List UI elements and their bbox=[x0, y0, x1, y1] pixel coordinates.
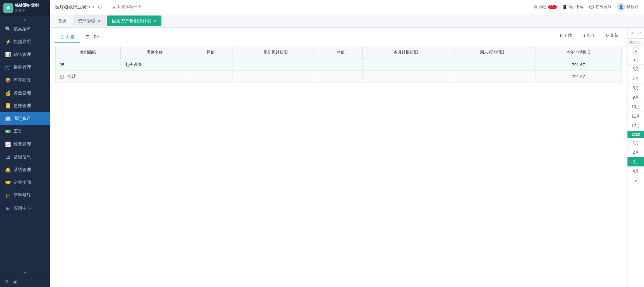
app-title-block: 畅捷通好业财 普及版 bbox=[15, 3, 39, 13]
sum-net bbox=[319, 71, 362, 83]
sidebar-item-fund[interactable]: 💰 资金管理 bbox=[0, 87, 50, 99]
month-3-active[interactable]: 3月 bbox=[627, 157, 644, 167]
cell-code: 05 bbox=[56, 59, 121, 71]
month-11[interactable]: 11月 bbox=[627, 112, 644, 121]
sidebar-item-system[interactable]: 🔔 系统管理 bbox=[0, 163, 50, 176]
experience-button[interactable]: ☁ 我要体验一下 bbox=[112, 4, 142, 10]
month-10[interactable]: 10月 bbox=[627, 102, 644, 112]
sidebar-label-system: 系统管理 bbox=[13, 167, 45, 173]
sidebar-item-operations[interactable]: 📈 经营管理 bbox=[0, 138, 50, 151]
sidebar-label-search: 搜索菜单 bbox=[13, 26, 45, 32]
app-download-button[interactable]: 📱 App下载 bbox=[562, 4, 584, 10]
month-1[interactable]: 1月 bbox=[627, 138, 644, 148]
sidebar-footer: ⚙ ◀| bbox=[0, 276, 50, 287]
month-5[interactable]: 5月 bbox=[627, 55, 644, 65]
cell-initial-dep bbox=[233, 59, 319, 71]
col-ending-dep: 期末累计折旧 bbox=[449, 46, 535, 59]
sidebar-item-ledger[interactable]: 📒 总账管理 bbox=[0, 99, 50, 112]
download-label: 下载 bbox=[564, 33, 572, 38]
sidebar-item-purchase[interactable]: 🛒 采购管理 bbox=[0, 61, 50, 74]
panel-expand-icon[interactable]: ⤢ bbox=[637, 30, 642, 36]
panel-header: ✕ ⤢ bbox=[627, 28, 644, 39]
sidebar-item-guide[interactable]: 🎓 新手引导 bbox=[0, 189, 50, 202]
panel-scroll-down[interactable]: ▼ bbox=[633, 178, 639, 184]
app-download-label: App下载 bbox=[569, 4, 584, 10]
sidebar-item-payroll[interactable]: 💵 工资 bbox=[0, 125, 50, 138]
topbar-gear-icon[interactable]: ⚙ bbox=[98, 4, 102, 10]
refresh-button[interactable]: ↻ 刷新 bbox=[602, 31, 622, 40]
depreciation-table: 类别编码 类别名称 原值 期初累计折旧 净值 本月计提折旧 期末累计折旧 本年计… bbox=[55, 46, 622, 83]
content-area: ◎ 汇总 ☰ 明细 ⬇ 下载 🖨 打印 bbox=[50, 28, 644, 287]
tab-depreciation[interactable]: 固定资产折旧统计表 ✕ bbox=[107, 15, 161, 26]
app-center-icon: ⊞ bbox=[5, 205, 11, 211]
operations-icon: 📈 bbox=[5, 141, 11, 147]
app-logo: 畅 bbox=[3, 3, 13, 13]
scroll-up-arrow[interactable]: ▲ bbox=[0, 16, 50, 23]
table-row: 05 电子设备 791.67 bbox=[56, 59, 622, 71]
sidebar-item-basic-info[interactable]: 🗃 基础信息 bbox=[0, 151, 50, 163]
print-button[interactable]: 🖨 打印 bbox=[579, 31, 599, 40]
month-6[interactable]: 6月 bbox=[627, 65, 644, 74]
messages-badge: 99+ bbox=[548, 5, 557, 9]
sidebar-item-sales[interactable]: 📊 销售管理 bbox=[0, 48, 50, 61]
subtab-bar: ◎ 汇总 ☰ 明细 bbox=[55, 31, 105, 43]
fixed-assets-icon: 🏢 bbox=[5, 116, 11, 121]
month-2[interactable]: 2月 bbox=[627, 148, 644, 157]
sidebar-item-quick-nav[interactable]: ⚡ 快捷导航 bbox=[0, 35, 50, 48]
col-name: 类别名称 bbox=[120, 46, 189, 59]
tab-asset-manage-close[interactable]: ✕ bbox=[97, 19, 100, 23]
year-2023: 2023 bbox=[627, 131, 644, 138]
sum-icon: 📋 bbox=[60, 74, 64, 78]
report-area: ◎ 汇总 ☰ 明细 ⬇ 下载 🖨 打印 bbox=[50, 28, 627, 287]
system-icon: 🔔 bbox=[5, 167, 11, 172]
panel-close-icon[interactable]: ✕ bbox=[630, 30, 635, 36]
month-4[interactable]: 4月 bbox=[627, 167, 644, 176]
sidebar-item-app-center[interactable]: ⊞ 应用中心 bbox=[0, 202, 50, 215]
subtab-detail[interactable]: ☰ 明细 bbox=[80, 31, 105, 43]
col-original: 原值 bbox=[189, 46, 233, 59]
tab-asset-manage[interactable]: 资产管理 ✕ bbox=[73, 15, 105, 26]
summary-icon: ◎ bbox=[61, 34, 64, 39]
month-7[interactable]: 7月 bbox=[627, 74, 644, 84]
messages-icon: 🖥 bbox=[533, 5, 538, 9]
col-monthly-dep: 本月计提折旧 bbox=[363, 46, 449, 59]
sidebar-item-fixed-assets[interactable]: 🏢 固定资产 bbox=[0, 112, 50, 125]
sidebar-label-guide: 新手引导 bbox=[13, 192, 45, 198]
online-service-button[interactable]: 💬 在线客服 bbox=[589, 4, 612, 10]
cell-net bbox=[319, 59, 362, 71]
search-icon: 🔍 bbox=[5, 26, 11, 32]
panel-scroll-up[interactable]: ▲ bbox=[633, 47, 639, 54]
main-area: 医疗器械行业演示 ▾ ⚙ ☁ 我要体验一下 🖥 消息 99+ 📱 App下载 💬… bbox=[50, 0, 644, 287]
subtab-summary[interactable]: ◎ 汇总 bbox=[55, 31, 80, 43]
messages-button[interactable]: 🖥 消息 99+ bbox=[533, 4, 557, 10]
sidebar-label-purchase: 采购管理 bbox=[13, 64, 45, 70]
month-8[interactable]: 8月 bbox=[627, 84, 644, 93]
cell-ending-dep bbox=[449, 59, 535, 71]
sidebar-label-inventory: 库存核算 bbox=[13, 77, 45, 83]
detail-icon: ☰ bbox=[85, 34, 89, 39]
scroll-down-arrow[interactable]: ▼ bbox=[0, 269, 50, 276]
month-9[interactable]: 9月 bbox=[627, 93, 644, 102]
tab-depreciation-close[interactable]: ✕ bbox=[153, 19, 156, 23]
download-button[interactable]: ⬇ 下载 bbox=[556, 31, 575, 40]
refresh-icon: ↻ bbox=[606, 33, 609, 38]
sidebar-label-app-center: 应用中心 bbox=[13, 205, 45, 211]
purchase-icon: 🛒 bbox=[5, 65, 11, 70]
user-name: 畅捷通 bbox=[626, 4, 639, 10]
col-net: 净值 bbox=[319, 46, 362, 59]
messages-label: 消息 bbox=[539, 4, 547, 10]
cell-monthly-dep bbox=[363, 59, 449, 71]
cell-annual-dep: 791.67 bbox=[535, 59, 621, 71]
user-profile[interactable]: 👤 畅捷通 bbox=[617, 3, 639, 11]
sidebar-item-enterprise[interactable]: 🤝 企业协同 bbox=[0, 176, 50, 189]
experience-cloud-icon: ☁ bbox=[112, 5, 116, 9]
company-selector[interactable]: 医疗器械行业演示 ▾ bbox=[55, 4, 94, 10]
month-12[interactable]: 12月 bbox=[627, 121, 644, 131]
collapse-icon[interactable]: ◀| bbox=[12, 279, 18, 284]
sidebar-item-inventory[interactable]: 📦 库存核算 bbox=[0, 74, 50, 87]
tab-home[interactable]: 首页 bbox=[53, 15, 71, 26]
settings-icon[interactable]: ⚙ bbox=[5, 279, 9, 284]
tab-home-label: 首页 bbox=[58, 18, 67, 24]
company-name: 医疗器械行业演示 bbox=[55, 4, 90, 10]
sidebar-item-search[interactable]: 🔍 搜索菜单 bbox=[0, 23, 50, 35]
